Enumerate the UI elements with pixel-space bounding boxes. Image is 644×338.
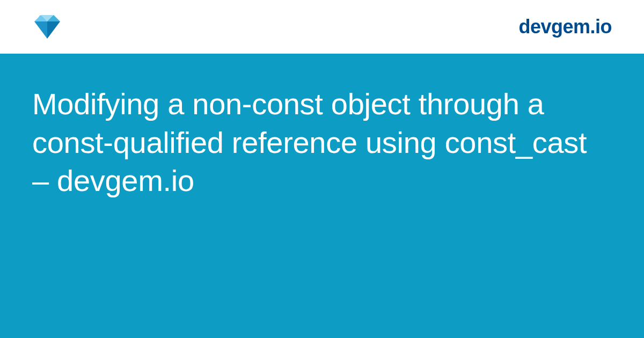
page-title: Modifying a non-const object through a c… bbox=[32, 85, 590, 200]
brand-text: devgem.io bbox=[518, 16, 612, 38]
svg-marker-13 bbox=[47, 21, 60, 39]
gem-icon bbox=[32, 12, 62, 42]
svg-marker-12 bbox=[34, 21, 47, 39]
header-bar: devgem.io bbox=[0, 0, 644, 54]
hero-section: Modifying a non-const object through a c… bbox=[0, 54, 644, 338]
